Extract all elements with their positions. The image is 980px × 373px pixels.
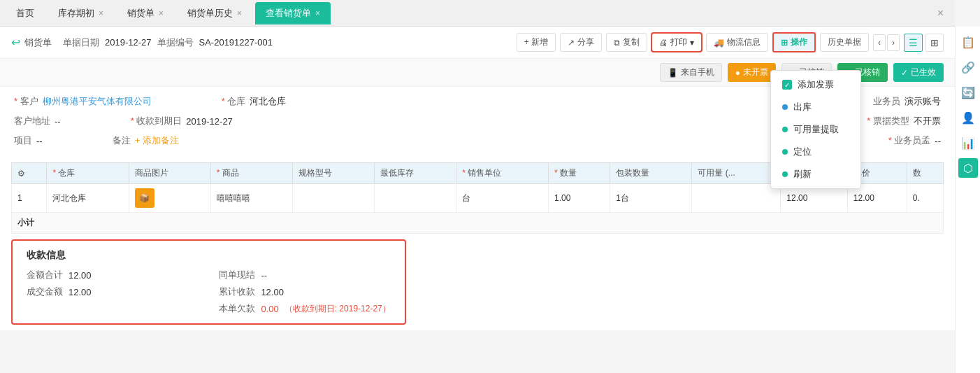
col-settings[interactable]: ⚙ — [12, 163, 47, 184]
logistics-icon: 🚚 — [714, 38, 724, 48]
row-min-stock — [375, 184, 456, 213]
close-sales-order[interactable]: × — [159, 8, 164, 18]
col-spec: 规格型号 — [292, 163, 374, 184]
note-field: 备注 + 添加备注 — [113, 134, 179, 147]
dropdown-outbound[interactable]: 出库 — [771, 96, 860, 118]
share-button[interactable]: ↗ 分享 — [560, 33, 602, 52]
sidebar-icon-chart[interactable]: 📊 — [958, 133, 978, 153]
close-inventory-init[interactable]: × — [99, 8, 103, 18]
due-date-field: 收款到期日 2019-12-27 — [131, 115, 233, 127]
doc-meta: 单据日期 2019-12-27 单据编号 SA-20191227-001 — [63, 36, 273, 49]
operations-button[interactable]: ⊞ 操作 — [772, 32, 816, 52]
copy-button[interactable]: ⧉ 复制 — [606, 33, 647, 52]
tab-view-sales[interactable]: 查看销货单 × — [255, 2, 331, 24]
transaction-label: 成交金额 — [27, 286, 63, 298]
print-icon: 🖨 — [659, 38, 668, 48]
col-min-stock: 最低库存 — [375, 163, 456, 184]
logistics-button[interactable]: 🚚 物流信息 — [706, 33, 768, 52]
same-order-value: -- — [261, 270, 267, 281]
sidebar-icon-link[interactable]: 🔗 — [958, 57, 978, 77]
subtotal-row: 小计 — [12, 213, 944, 234]
total-amount-item: 金额合计 12.00 — [27, 269, 198, 281]
tab-home[interactable]: 首页 — [6, 2, 45, 24]
row-product: 嘻嘻嘻嘻 — [210, 184, 292, 213]
refresh-dot — [782, 171, 788, 177]
next-button[interactable]: › — [887, 34, 900, 51]
row-spec — [292, 184, 374, 213]
grid-view-button[interactable]: ⊞ — [925, 34, 944, 52]
same-order-item: 同单现结 -- — [219, 269, 390, 281]
view-toggle: ☰ ⊞ — [904, 34, 944, 52]
list-view-button[interactable]: ☰ — [904, 34, 923, 52]
tab-inventory-init[interactable]: 库存期初 × — [48, 2, 114, 24]
current-due-item: 本单欠款 0.00 （收款到期日: 2019-12-27） — [219, 302, 390, 315]
warehouse-label: 仓库 — [222, 95, 246, 108]
sidebar-icon-expand[interactable]: ⬡ — [958, 158, 978, 178]
col-qty: * 数量 — [548, 163, 610, 184]
customer-label: 客户 — [14, 95, 38, 108]
sidebar-icon-user[interactable]: 👤 — [958, 108, 978, 127]
employee-field: 业务员 演示账号 — [873, 95, 941, 108]
due-date-value: 2019-12-27 — [186, 116, 233, 127]
warehouse-value: 河北仓库 — [250, 95, 286, 108]
project-label: 项目 — [14, 134, 32, 147]
employee-value: 演示账号 — [905, 95, 941, 108]
effective-icon: ✓ — [901, 68, 908, 78]
tab-sales-order[interactable]: 销货单 × — [117, 2, 174, 24]
row-amount: 0. — [907, 184, 943, 213]
sidebar-icon-clipboard[interactable]: 📋 — [958, 32, 978, 52]
row-num: 1 — [12, 184, 47, 213]
outbound-dot — [782, 104, 788, 110]
dropdown-refresh[interactable]: 刷新 — [771, 163, 860, 185]
add-note-button[interactable]: + 添加备注 — [135, 134, 179, 147]
phone-icon: 📱 — [668, 68, 678, 78]
close-sales-history[interactable]: × — [237, 8, 242, 18]
dropdown-locate[interactable]: 定位 — [771, 141, 860, 163]
warehouse-field: 仓库 河北仓库 — [222, 95, 287, 108]
invoice-status-btn[interactable]: ● 未开票 — [728, 63, 776, 82]
operations-dropdown: ✓ 添加发票 出库 可用量提取 定位 刷新 — [770, 70, 861, 189]
ticket-type-value: 不开票 — [914, 115, 941, 127]
available-pickup-dot — [782, 127, 788, 132]
phone-status-btn[interactable]: 📱 来自手机 — [660, 63, 722, 82]
effective-status-btn[interactable]: ✓ 已生效 — [893, 63, 944, 82]
doc-title: ↩ 销货单 — [11, 36, 52, 49]
customer-value[interactable]: 柳州粤港平安气体有限公司 — [43, 95, 152, 108]
nav-arrows: ‹ › — [873, 34, 900, 51]
close-view-sales[interactable]: × — [315, 8, 320, 18]
payment-info-box: 收款信息 金额合计 12.00 同单现结 -- 成交金额 12.00 累计收款 … — [11, 239, 406, 325]
row-pack-qty: 1台 — [610, 184, 692, 213]
project-value: -- — [36, 136, 43, 146]
print-button[interactable]: 🖨 打印 ▾ — [651, 33, 702, 52]
col-unit: * 销售单位 — [456, 163, 549, 184]
history-button[interactable]: 历史单据 — [820, 33, 869, 52]
add-invoice-checkbox[interactable]: ✓ — [782, 80, 792, 90]
employee-label: 业务员 — [873, 95, 900, 108]
operations-icon: ⊞ — [781, 38, 788, 48]
current-due-value: 0.00 — [261, 304, 278, 314]
project-field: 项目 -- — [14, 134, 43, 147]
dropdown-available-pickup[interactable]: 可用量提取 — [771, 118, 860, 141]
col-product-img: 商品图片 — [129, 163, 210, 184]
share-icon: ↗ — [568, 38, 575, 48]
dropdown-add-invoice[interactable]: ✓ 添加发票 — [771, 73, 860, 96]
window-close-button[interactable]: × — [932, 7, 949, 20]
new-button[interactable]: + 新增 — [517, 33, 556, 52]
ticket-type-label: 票据类型 — [867, 115, 909, 127]
due-hint: （收款到期日: 2019-12-27） — [284, 303, 391, 315]
sales-person-label: 业务员孟 — [888, 134, 931, 147]
ticket-type-field: 票据类型 不开票 — [867, 115, 941, 127]
sidebar-icon-refresh[interactable]: 🔄 — [958, 83, 978, 102]
product-image: 📦 — [135, 188, 154, 208]
col-product: * 商品 — [210, 163, 292, 184]
copy-icon: ⧉ — [614, 38, 620, 48]
row-warehouse: 河北仓库 — [47, 184, 129, 213]
col-available: 可用量 (... — [692, 163, 781, 184]
total-value: 12.00 — [69, 270, 92, 281]
sales-order-icon: ↩ — [11, 36, 20, 49]
prev-button[interactable]: ‹ — [873, 34, 886, 51]
invoice-icon: ● — [735, 68, 740, 78]
total-label: 金额合计 — [27, 269, 63, 281]
tab-sales-history[interactable]: 销货单历史 × — [177, 2, 252, 24]
payment-grid: 金额合计 12.00 同单现结 -- 成交金额 12.00 累计收款 12.00… — [27, 269, 391, 315]
